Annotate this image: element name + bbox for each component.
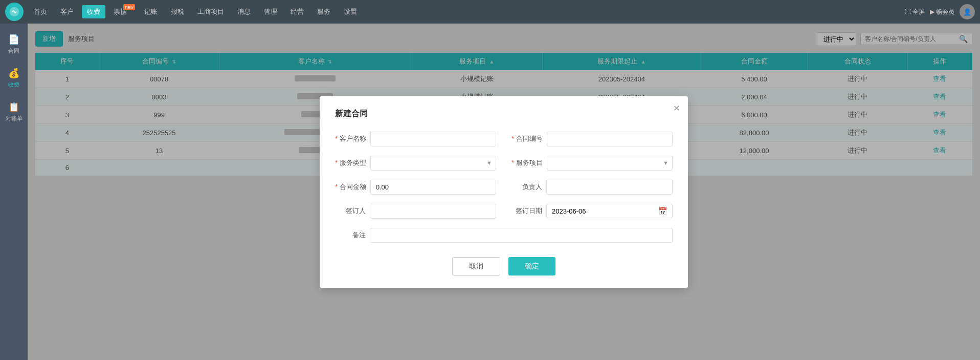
contract-no-label: 合同编号 [511,134,543,143]
member-button[interactable]: ▶ 畅会员 [930,8,954,16]
nav-item-tax[interactable]: 报税 [166,5,189,18]
nav-item-customer[interactable]: 客户 [55,5,79,18]
service-item-select-wrap: ▼ [547,156,673,171]
signer-label: 签订人 [335,206,366,216]
nav-item-bill[interactable]: 票据 new [108,5,136,18]
service-item-label: 服务项目 [511,158,543,167]
sidebar-item-contract-label: 合同 [8,47,19,55]
fee-icon: 💰 [8,68,19,79]
form-row-customer: 客户名称 [335,132,496,146]
sidebar-item-statement-label: 对账单 [6,115,23,122]
top-navigation: 首页 客户 收费 票据 new 记账 报税 工商项目 消息 管理 经营 服务 设… [0,0,980,24]
form-row-contract-no: 合同编号 [511,132,673,146]
cancel-button[interactable]: 取消 [452,257,500,276]
contract-no-input[interactable] [547,132,673,146]
service-type-select-wrap: ▼ [370,156,496,171]
responsible-input[interactable] [546,180,673,195]
form-row-sign-date: 签订日期 📅 [511,204,673,219]
contract-amount-input[interactable] [370,180,496,195]
calendar-icon[interactable]: 📅 [658,207,667,215]
form-row-signer: 签订人 [335,204,496,219]
modal-form: 客户名称 合同编号 服务类型 ▼ [335,132,673,243]
new-badge: new [123,4,135,10]
remark-input[interactable] [370,228,673,243]
customer-name-label: 客户名称 [335,134,366,143]
fullscreen-button[interactable]: ⛶ 全屏 [905,8,925,16]
sidebar-item-fee[interactable]: 💰 收费 [0,62,28,94]
nav-item-home[interactable]: 首页 [29,5,52,18]
form-row-remark: 备注 [335,228,673,243]
contract-icon: 📄 [8,34,19,45]
service-item-select[interactable] [547,156,673,171]
nav-menu: 首页 客户 收费 票据 new 记账 报税 工商项目 消息 管理 经营 服务 设… [29,5,905,18]
nav-right-area: ⛶ 全屏 ▶ 畅会员 👤 [905,4,975,19]
customer-name-input[interactable] [370,132,496,146]
nav-item-settings[interactable]: 设置 [339,5,362,18]
remark-label: 备注 [335,230,366,240]
sidebar-item-statement[interactable]: 📋 对账单 [0,96,28,128]
service-type-select[interactable] [370,156,496,171]
confirm-button[interactable]: 确定 [508,257,555,276]
statement-icon: 📋 [8,101,19,113]
nav-item-business[interactable]: 工商项目 [192,5,229,18]
signer-input[interactable] [370,204,496,219]
sign-date-wrap: 📅 [546,204,673,218]
form-row-responsible: 负责人 [511,180,673,195]
modal-footer: 取消 确定 [335,257,673,276]
service-type-label: 服务类型 [335,158,366,167]
sign-date-label: 签订日期 [511,206,542,216]
nav-item-operation[interactable]: 经营 [285,5,309,18]
app-logo [5,3,24,21]
sidebar-item-contract[interactable]: 📄 合同 [0,29,28,60]
new-contract-modal: 新建合同 ✕ 客户名称 合同编号 服务类型 [320,96,688,288]
main-layout: 📄 合同 💰 收费 📋 对账单 新增 服务项目 进行中 已完成 已终止 [0,24,980,360]
sidebar-item-fee-label: 收费 [8,81,19,89]
sign-date-input[interactable] [552,207,656,215]
nav-item-fee[interactable]: 收费 [82,5,105,18]
sidebar: 📄 合同 💰 收费 📋 对账单 [0,24,28,360]
modal-overlay: 新建合同 ✕ 客户名称 合同编号 服务类型 [28,24,980,360]
modal-title: 新建合同 [335,109,673,119]
main-content: 新增 服务项目 进行中 已完成 已终止 🔍 序号 [28,24,980,360]
user-avatar[interactable]: 👤 [960,4,975,19]
contract-amount-label: 合同金额 [335,182,366,192]
form-row-amount: 合同金额 [335,180,496,195]
responsible-label: 负责人 [511,182,542,192]
nav-item-service[interactable]: 服务 [312,5,336,18]
nav-item-manage[interactable]: 管理 [259,5,282,18]
nav-item-message[interactable]: 消息 [232,5,256,18]
form-row-service-type: 服务类型 ▼ [335,156,496,171]
nav-item-bookkeeping[interactable]: 记账 [139,5,163,18]
form-row-service-item: 服务项目 ▼ [511,156,673,171]
modal-close-button[interactable]: ✕ [673,103,680,113]
